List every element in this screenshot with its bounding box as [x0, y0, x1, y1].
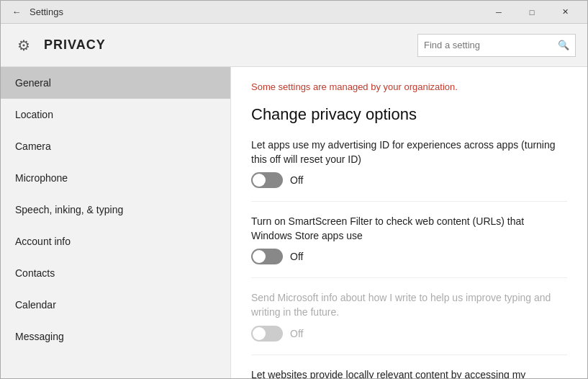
toggle-row-typing-info: Off — [251, 326, 567, 342]
setting-desc-language-list: Let websites provide locally relevant co… — [251, 368, 567, 378]
search-input[interactable] — [424, 40, 558, 50]
sidebar-item-speech[interactable]: Speech, inking, & typing — [1, 194, 230, 226]
toggle-advertising-id[interactable] — [251, 172, 283, 188]
sidebar-item-microphone[interactable]: Microphone — [1, 162, 230, 194]
toggle-label-advertising-id: Off — [290, 174, 303, 186]
main-area: General Location Camera Microphone Speec… — [1, 67, 587, 378]
toggle-row-advertising-id: Off — [251, 172, 567, 188]
sidebar-item-location[interactable]: Location — [1, 99, 230, 130]
setting-language-list: Let websites provide locally relevant co… — [251, 368, 567, 378]
setting-desc-smartscreen: Turn on SmartScreen Filter to check web … — [251, 215, 567, 243]
toggle-label-typing-info: Off — [290, 328, 303, 339]
content-area: Some settings are managed by your organi… — [231, 67, 587, 378]
setting-smartscreen: Turn on SmartScreen Filter to check web … — [251, 215, 567, 278]
sidebar-item-camera[interactable]: Camera — [1, 130, 230, 162]
toggle-knob-advertising-id — [253, 174, 266, 187]
toggle-row-smartscreen: Off — [251, 249, 567, 264]
title-bar: ← Settings ─ □ ✕ — [1, 1, 587, 24]
minimize-button[interactable]: ─ — [482, 1, 515, 24]
window-title: Settings — [30, 6, 482, 17]
close-button[interactable]: ✕ — [548, 1, 582, 24]
sidebar-item-messaging[interactable]: Messaging — [1, 321, 230, 352]
toggle-typing-info — [251, 326, 283, 342]
search-icon: 🔍 — [558, 40, 569, 50]
maximize-button[interactable]: □ — [515, 1, 548, 24]
search-box: 🔍 — [417, 34, 576, 57]
toggle-knob-smartscreen — [253, 250, 266, 263]
org-notice: Some settings are managed by your organi… — [251, 81, 567, 92]
back-button[interactable]: ← — [6, 2, 27, 22]
header-bar: ⚙ PRIVACY 🔍 — [1, 24, 587, 67]
toggle-knob-typing-info — [253, 327, 266, 340]
setting-advertising-id: Let apps use my advertising ID for exper… — [251, 138, 567, 202]
settings-window: ← Settings ─ □ ✕ ⚙ PRIVACY 🔍 — [0, 0, 588, 379]
toggle-label-smartscreen: Off — [290, 251, 303, 262]
toggle-smartscreen[interactable] — [251, 249, 283, 264]
section-title: Change privacy options — [251, 105, 567, 124]
header-title: PRIVACY — [44, 37, 417, 53]
sidebar: General Location Camera Microphone Speec… — [1, 67, 231, 378]
window-controls: ─ □ ✕ — [482, 1, 582, 24]
sidebar-item-account-info[interactable]: Account info — [1, 226, 230, 257]
setting-typing-info: Send Microsoft info about how I write to… — [251, 291, 567, 355]
privacy-icon: ⚙ — [12, 34, 35, 57]
setting-desc-typing-info: Send Microsoft info about how I write to… — [251, 291, 567, 319]
sidebar-item-calendar[interactable]: Calendar — [1, 289, 230, 321]
sidebar-item-contacts[interactable]: Contacts — [1, 257, 230, 289]
setting-desc-advertising-id: Let apps use my advertising ID for exper… — [251, 138, 567, 166]
sidebar-item-general[interactable]: General — [1, 67, 230, 99]
